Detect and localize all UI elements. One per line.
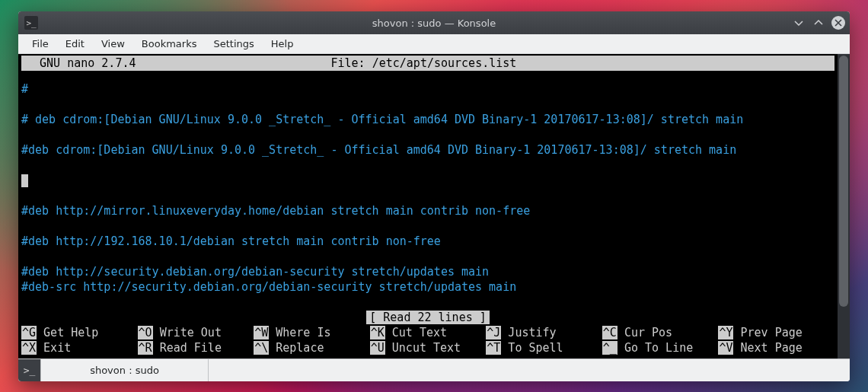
nano-shortcut: ^U Uncut Text xyxy=(370,340,487,355)
nano-shortcut: ^Y Prev Page xyxy=(718,325,834,340)
new-tab-button[interactable]: >_ xyxy=(18,359,41,381)
scrollbar[interactable] xyxy=(838,54,850,359)
scrollbar-thumb[interactable] xyxy=(839,56,848,307)
tabbar: >_ shovon : sudo xyxy=(18,359,850,381)
nano-shortcut: ^R Read File xyxy=(138,340,254,355)
window-title: shovon : sudo — Konsole xyxy=(372,18,496,29)
nano-shortcut: ^V Next Page xyxy=(718,340,834,355)
nano-shortcut: ^X Exit xyxy=(21,340,138,355)
terminal-area[interactable]: GNU nano 2.7.4File: /etc/apt/sources.lis… xyxy=(18,54,838,359)
menubar: File Edit View Bookmarks Settings Help xyxy=(18,34,850,54)
menu-bookmarks[interactable]: Bookmarks xyxy=(134,36,205,52)
file-line: #deb http://192.168.10.1/debian stretch … xyxy=(21,234,834,249)
nano-shortcut: ^\ Replace xyxy=(254,340,370,355)
menu-settings[interactable]: Settings xyxy=(206,36,261,52)
nano-shortcut: ^T To Spell xyxy=(486,340,602,355)
file-line: #deb-src http://security.debian.org/debi… xyxy=(21,279,834,295)
menu-edit[interactable]: Edit xyxy=(58,36,92,52)
nano-app-label: GNU nano 2.7.4 xyxy=(21,56,141,71)
file-line: # deb cdrom:[Debian GNU/Linux 9.0.0 _Str… xyxy=(21,112,834,127)
nano-shortcut: ^J Justify xyxy=(486,325,602,340)
file-line: #deb http://mirror.linuxeveryday.home/de… xyxy=(21,203,834,218)
window-titlebar[interactable]: >_ shovon : sudo — Konsole xyxy=(18,11,850,34)
nano-status: [ Read 22 lines ] xyxy=(366,311,490,324)
menu-view[interactable]: View xyxy=(94,36,132,52)
file-line: #deb cdrom:[Debian GNU/Linux 9.0.0 _Stre… xyxy=(21,142,834,158)
app-icon: >_ xyxy=(24,16,38,30)
menu-file[interactable]: File xyxy=(24,36,56,52)
nano-file-label: File: /etc/apt/sources.list xyxy=(331,56,517,71)
nano-shortcut: ^G Get Help xyxy=(21,325,138,340)
konsole-window: >_ shovon : sudo — Konsole File Edit Vie… xyxy=(18,11,850,381)
maximize-button[interactable] xyxy=(812,16,825,30)
text-cursor xyxy=(21,174,28,187)
minimize-button[interactable] xyxy=(792,16,806,30)
nano-shortcut: ^K Cut Text xyxy=(370,325,487,340)
file-line: #deb http://security.debian.org/debian-s… xyxy=(21,264,834,279)
nano-shortcut: ^O Write Out xyxy=(138,325,254,340)
tab-active[interactable]: shovon : sudo xyxy=(41,359,209,381)
close-button[interactable] xyxy=(831,16,845,30)
menu-help[interactable]: Help xyxy=(263,36,302,52)
nano-shortcut: ^_ Go To Line xyxy=(602,340,719,355)
file-line: # xyxy=(21,81,834,97)
nano-shortcut: ^W Where Is xyxy=(254,325,370,340)
nano-shortcut: ^C Cur Pos xyxy=(602,325,719,340)
